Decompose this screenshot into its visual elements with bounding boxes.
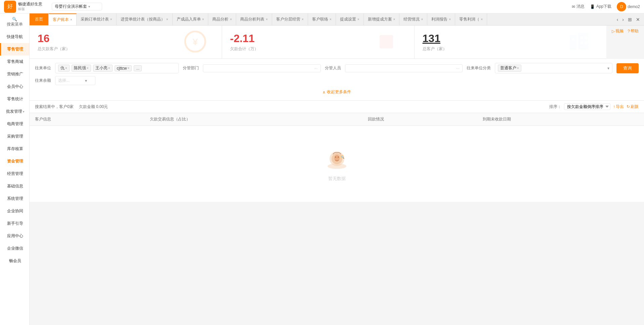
col-repayment: 回款情况 xyxy=(362,113,477,126)
filter-tag-qiu-label: 仇 xyxy=(60,65,65,71)
app-download-btn[interactable]: 📱 App下载 xyxy=(590,4,611,9)
sidebar-item-zero-retail-mgmt[interactable]: 零售管理 xyxy=(0,43,29,56)
sidebar-quick-nav[interactable]: 快捷导航 xyxy=(0,31,29,43)
sidebar-item-app-center[interactable]: 应用中心 xyxy=(0,230,29,242)
sidebar-label-purchase-mgmt: 采购管理 xyxy=(7,134,23,139)
tab-production-instock-close[interactable]: × xyxy=(202,17,204,21)
tab-product-analysis-close[interactable]: × xyxy=(230,17,232,21)
stat-card-debt: -2.11 欠款合计（万） xyxy=(222,26,414,59)
company-filter-tags[interactable]: 仇 × 陈民强 × 王小亮 × cjttcw × xyxy=(55,63,179,73)
company-filter-label: 往来单位 xyxy=(35,65,51,71)
sidebar-item-batch-mgmt[interactable]: 批发管理 ▾ xyxy=(0,105,29,118)
sort-select[interactable]: 按欠款金额倒序排序 xyxy=(564,103,610,110)
more-tags-btn[interactable]: ... xyxy=(134,65,142,71)
sidebar-item-ecommerce-mgmt[interactable]: 电商管理 xyxy=(0,118,29,130)
category-tag-general-remove[interactable]: × xyxy=(517,66,519,70)
page-content: ¥ 16 总欠款客户（家） -2.11 欠款合 xyxy=(30,26,644,325)
sidebar-item-finance-mgmt[interactable]: 资金管理 xyxy=(0,155,29,168)
svg-rect-7 xyxy=(585,37,588,39)
tab-profit-report[interactable]: 利润报告 × xyxy=(427,13,455,26)
sidebar-item-business-mgmt[interactable]: 经营管理 xyxy=(0,168,29,180)
export-icon: ↑ xyxy=(613,104,615,109)
tabs-prev-btn[interactable]: ‹ xyxy=(615,16,620,23)
message-btn[interactable]: ✉ 消息 xyxy=(572,4,585,9)
building-icon xyxy=(568,32,592,53)
tab-incoming-stat-label: 进货单统计表（按商品） xyxy=(121,16,165,22)
tabs-close-all-btn[interactable]: ✕ xyxy=(635,16,641,23)
tab-home[interactable]: 首页 xyxy=(30,13,49,26)
sidebar-label-inventory: 库存核算 xyxy=(7,146,23,151)
sidebar-item-vip-member[interactable]: 畅会员 xyxy=(0,255,29,267)
filter-tag-wangxiaoliang-label: 王小亮 xyxy=(95,65,108,71)
category-filter-select[interactable]: 普通客户 × ▾ xyxy=(495,63,612,73)
svg-point-15 xyxy=(338,156,339,158)
sidebar-item-purchase-mgmt[interactable]: 采购管理 xyxy=(0,130,29,143)
org-selector[interactable]: 母婴行业演示帐套 ▾ xyxy=(52,3,102,10)
tab-business-status-label: 经营情况 xyxy=(403,16,420,22)
tab-product-analysis[interactable]: 商品分析 × xyxy=(208,13,236,26)
filter-tag-chenminqiang-remove[interactable]: × xyxy=(87,66,89,70)
sidebar-item-zero-retail-stat[interactable]: 零售统计 xyxy=(0,93,29,105)
help-link[interactable]: ? 帮助 xyxy=(628,28,639,34)
amount-filter-select[interactable]: 选择... ▾ xyxy=(55,76,95,85)
svg-rect-2 xyxy=(380,35,393,48)
dept-filter-select[interactable]: ··· xyxy=(203,64,320,72)
collapse-row: ∧ 收起更多条件 xyxy=(35,88,639,96)
table-header: 客户信息 欠款交易信息（占比） 回款情况 到期未收款日期 xyxy=(30,113,644,126)
tab-customer-segment[interactable]: 客户分层经营 × xyxy=(272,13,308,26)
collapse-label: 收起更多条件 xyxy=(327,89,351,95)
sidebar-item-basic-info[interactable]: 基础信息 xyxy=(0,180,29,192)
tab-purchase-order-stat-close[interactable]: × xyxy=(110,17,112,21)
video-link[interactable]: ▷ 视频 xyxy=(612,28,624,34)
sidebar: 🔍 搜索菜单 快捷导航 零售管理 零售商城 营销推广 会员中心 零售统计 批发管… xyxy=(0,13,30,325)
sidebar-item-member-center[interactable]: 会员中心 xyxy=(0,80,29,93)
sidebar-item-marketing[interactable]: 营销推广 xyxy=(0,68,29,80)
tab-profit-report-close[interactable]: × xyxy=(449,17,451,21)
tab-purchase-order-stat[interactable]: 采购订单统计表 × xyxy=(77,13,117,26)
tab-retail-profit-close[interactable]: × xyxy=(481,17,483,21)
sidebar-item-enterprise-wechat[interactable]: 企业微信 xyxy=(0,242,29,255)
filter-tag-cjttcw-remove[interactable]: × xyxy=(128,66,130,70)
tabs-next-btn[interactable]: › xyxy=(621,16,625,23)
export-btn[interactable]: ↑ 导出 xyxy=(613,104,624,110)
col-debt-info: 欠款交易信息（占比） xyxy=(144,113,363,126)
sidebar-label-new-user-guide: 新手引导 xyxy=(7,221,23,226)
tab-customer-segment-close[interactable]: × xyxy=(302,17,304,21)
tab-customer-contact[interactable]: 客户联络 × xyxy=(308,13,336,26)
person-filter-select[interactable]: ··· xyxy=(345,64,463,72)
tab-production-instock[interactable]: 产成品入库单 × xyxy=(173,13,209,26)
sidebar-item-new-user-guide[interactable]: 新手引导 xyxy=(0,217,29,230)
tab-incoming-stat[interactable]: 进货单统计表（按商品） × xyxy=(117,13,173,26)
video-label: 视频 xyxy=(615,28,624,34)
sidebar-item-system-mgmt[interactable]: 系统管理 xyxy=(0,192,29,205)
search-button[interactable]: 查询 xyxy=(616,63,639,73)
tab-business-status[interactable]: 经营情况 × xyxy=(399,13,427,26)
tab-customer-capital-close[interactable]: × xyxy=(70,18,72,22)
sidebar-item-enterprise-collab[interactable]: 企业协同 xyxy=(0,205,29,217)
sidebar-item-zero-retail-shop[interactable]: 零售商城 xyxy=(0,56,29,68)
tab-product-analysis-list[interactable]: 商品分析列表 × xyxy=(236,13,272,26)
filter-tag-cjttcw: cjttcw × xyxy=(115,65,132,71)
empty-state-icon: 🔍 xyxy=(324,146,350,173)
tab-reminder-settings[interactable]: 提成设置 × xyxy=(336,13,364,26)
sidebar-search[interactable]: 🔍 搜索菜单 xyxy=(0,13,29,31)
tab-customer-capital[interactable]: 客户账本 × xyxy=(49,13,77,26)
tab-new-achievement-label: 新增提成方案 xyxy=(368,16,392,22)
filter-tag-wangxiaoliang-remove[interactable]: × xyxy=(108,66,110,70)
user-area[interactable]: D demo2 xyxy=(617,2,640,11)
tab-product-analysis-list-label: 商品分析列表 xyxy=(240,16,264,22)
avatar: D xyxy=(617,2,626,11)
tab-product-analysis-list-close[interactable]: × xyxy=(266,17,268,21)
tabs-expand-btn[interactable]: ⊞ xyxy=(627,16,633,23)
sidebar-item-inventory[interactable]: 库存核算 xyxy=(0,143,29,155)
tab-new-achievement-close[interactable]: × xyxy=(393,17,395,21)
collapse-btn[interactable]: ∧ 收起更多条件 xyxy=(317,88,356,96)
filter-tag-qiu-remove[interactable]: × xyxy=(65,66,67,70)
refresh-btn[interactable]: ↻ 刷新 xyxy=(627,104,639,110)
tab-customer-contact-close[interactable]: × xyxy=(330,17,332,21)
tab-new-achievement[interactable]: 新增提成方案 × xyxy=(364,13,400,26)
tab-reminder-settings-close[interactable]: × xyxy=(357,17,359,21)
tab-incoming-stat-close[interactable]: × xyxy=(166,17,168,21)
tab-retail-profit[interactable]: 零售利润（ × xyxy=(455,13,487,26)
tab-business-status-close[interactable]: × xyxy=(421,17,423,21)
